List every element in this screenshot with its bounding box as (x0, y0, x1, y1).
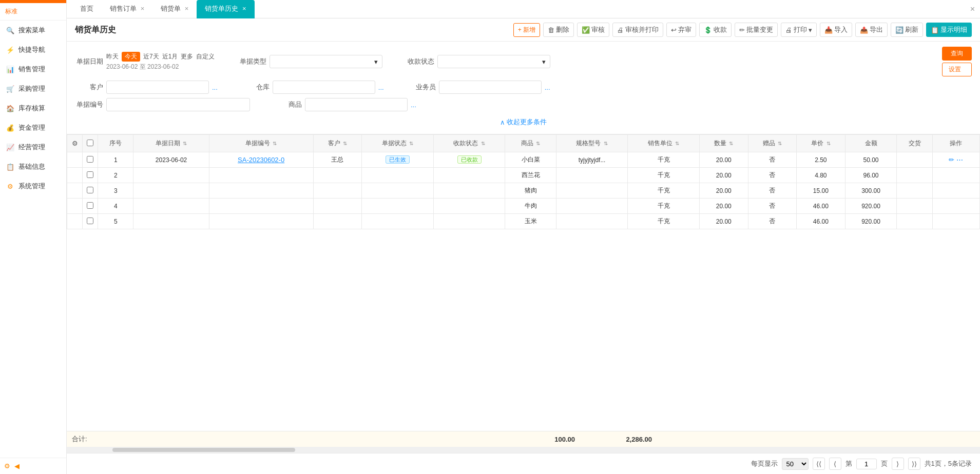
show-detail-button[interactable]: 📋 显示明细 (926, 23, 972, 37)
tab-home[interactable]: 首页 (72, 0, 102, 18)
close-all-tabs-button[interactable]: × (970, 5, 975, 14)
scrollbar-thumb[interactable] (112, 448, 295, 452)
shortcut-custom[interactable]: 自定义 (196, 52, 215, 61)
td-customer (313, 214, 362, 229)
import-button[interactable]: 📥 导入 (820, 23, 852, 37)
sidebar-item-manage[interactable]: 📈 经营管理 (0, 137, 66, 157)
th-spec[interactable]: 规格型号 ⇅ (556, 135, 628, 152)
th-collectstatus[interactable]: 收款状态 ⇅ (433, 135, 505, 152)
collect-status-filter: 收款状态 ▾ (406, 55, 550, 68)
row-checkbox[interactable] (87, 156, 93, 163)
sidebar-item-purchase[interactable]: 🛒 采购管理 (0, 79, 66, 98)
pager-next-btn[interactable]: ⟩ (892, 458, 904, 470)
td-price: 4.80 (797, 168, 846, 183)
td-index: 1 (98, 152, 133, 168)
doc-no-link[interactable]: SA-20230602-0 (238, 156, 284, 164)
row-checkbox[interactable] (87, 171, 93, 178)
shortcut-today[interactable]: 今天 (122, 52, 140, 62)
page-unit: 页 (881, 459, 888, 468)
agent-label: 业务员 (408, 83, 436, 92)
sidebar-item-search[interactable]: 🔍 搜索菜单 (0, 21, 66, 40)
warehouse-select-btn[interactable]: ... (378, 84, 384, 91)
settings-button[interactable]: 设置 (942, 63, 972, 76)
td-checkbox[interactable] (83, 183, 98, 199)
th-docno[interactable]: 单据编号 ⇅ (209, 135, 313, 152)
goods-input[interactable] (305, 98, 408, 111)
sidebar-item-nav[interactable]: ⚡ 快捷导航 (0, 40, 66, 60)
th-customer[interactable]: 客户 ⇅ (313, 135, 362, 152)
th-checkbox[interactable] (83, 135, 98, 152)
sidebar-item-info[interactable]: 📋 基础信息 (0, 157, 66, 176)
td-action: ✏⋯ (932, 152, 979, 168)
shortcut-1month[interactable]: 近1月 (162, 52, 178, 61)
query-button[interactable]: 查询 (942, 47, 972, 61)
sidebar-item-label: 搜索菜单 (18, 26, 45, 35)
customer-input[interactable] (106, 81, 209, 94)
table-row: 1 2023-06-02 SA-20230602-0 王总 已生效 已收款 小白… (67, 152, 980, 168)
warehouse-input[interactable] (273, 81, 375, 94)
abandon-button[interactable]: ↩ 弃审 (666, 23, 696, 37)
tab-sales-history-close[interactable]: × (242, 5, 246, 12)
td-checkbox[interactable] (83, 199, 98, 214)
customer-select-btn[interactable]: ... (212, 84, 218, 91)
row-checkbox[interactable] (87, 187, 93, 193)
pager-prev-btn[interactable]: ⟨ (829, 458, 841, 470)
th-goods[interactable]: 商品 ⇅ (505, 135, 556, 152)
refresh-button[interactable]: 🔄 刷新 (891, 23, 923, 37)
collect-button[interactable]: 💲 收款 (699, 23, 732, 37)
th-unit[interactable]: 销售单位 ⇅ (628, 135, 700, 152)
sidebar-item-inventory[interactable]: 🏠 库存核算 (0, 98, 66, 118)
export-button[interactable]: 📤 导出 (855, 23, 888, 37)
doc-type-select[interactable]: ▾ (270, 55, 382, 68)
pager-first-btn[interactable]: ⟨⟨ (813, 458, 825, 470)
more-op-btn[interactable]: ⋯ (956, 156, 963, 164)
page-input[interactable] (856, 459, 877, 469)
batch-change-button[interactable]: ✏ 批量变更 (735, 23, 778, 37)
td-goods: 牛肉 (505, 199, 556, 214)
th-qty[interactable]: 数量 ⇅ (700, 135, 748, 152)
goods-select-btn[interactable]: ... (411, 101, 416, 109)
shortcut-yesterday[interactable]: 昨天 (106, 52, 119, 61)
select-all-checkbox[interactable] (87, 140, 93, 146)
sort-unit-icon: ⇅ (675, 141, 679, 146)
sidebar-item-system[interactable]: ⚙ 系统管理 (0, 176, 66, 196)
row-checkbox[interactable] (87, 218, 93, 224)
td-checkbox[interactable] (83, 214, 98, 229)
doc-no-input[interactable] (106, 98, 250, 111)
row-checkbox[interactable] (87, 202, 93, 209)
sidebar-collapse-icon[interactable]: ◀ (14, 462, 20, 470)
agent-select-btn[interactable]: ... (545, 84, 550, 91)
footer-total-amount: 2,286.00 (611, 436, 652, 443)
edit-op-btn[interactable]: ✏ (949, 156, 954, 164)
review-print-button[interactable]: 🖨 审核并打印 (612, 23, 663, 37)
td-checkbox[interactable] (83, 152, 98, 168)
sidebar-item-sales[interactable]: 📊 销售管理 (0, 60, 66, 79)
horizontal-scrollbar[interactable] (67, 447, 980, 453)
th-price[interactable]: 单价 ⇅ (797, 135, 846, 152)
collect-status-select[interactable]: ▾ (437, 55, 550, 68)
collapse-button[interactable]: ∧ 收起更多条件 (500, 117, 547, 127)
print-button[interactable]: 🖨 打印 ▾ (781, 23, 817, 37)
pager-last-btn[interactable]: ⟩⟩ (908, 458, 920, 470)
shortcut-7days[interactable]: 近7天 (143, 52, 159, 61)
tab-bar: 首页 销售订单 × 销货单 × 销货单历史 × × (67, 0, 980, 18)
tab-sales-order-close[interactable]: × (141, 5, 145, 12)
td-checkbox[interactable] (83, 168, 98, 183)
tab-sales-delivery-close[interactable]: × (185, 5, 189, 12)
tab-sales-history[interactable]: 销货单历史 × (197, 0, 254, 18)
per-page-select[interactable]: 50 100 (782, 458, 809, 470)
new-button[interactable]: + 新增 (513, 23, 540, 37)
shortcut-more[interactable]: 更多 (181, 52, 193, 61)
th-date[interactable]: 单据日期 ⇅ (133, 135, 209, 152)
tab-sales-delivery[interactable]: 销货单 × (152, 0, 197, 18)
th-docstatus[interactable]: 单据状态 ⇅ (362, 135, 434, 152)
pagination: 每页显示 50 100 ⟨⟨ ⟨ 第 页 ⟩ ⟩⟩ 共1页，5条记录 (67, 453, 980, 474)
sidebar-item-finance[interactable]: 💰 资金管理 (0, 118, 66, 137)
th-settings[interactable]: ⚙ (67, 135, 83, 152)
review-button[interactable]: ✅ 审核 (577, 23, 609, 37)
agent-input[interactable] (439, 81, 542, 94)
th-gift[interactable]: 赠品 ⇅ (748, 135, 797, 152)
sidebar-settings-icon[interactable]: ⚙ (4, 462, 10, 470)
tab-sales-order[interactable]: 销售订单 × (102, 0, 152, 18)
delete-button[interactable]: 🗑 删除 (543, 23, 574, 37)
